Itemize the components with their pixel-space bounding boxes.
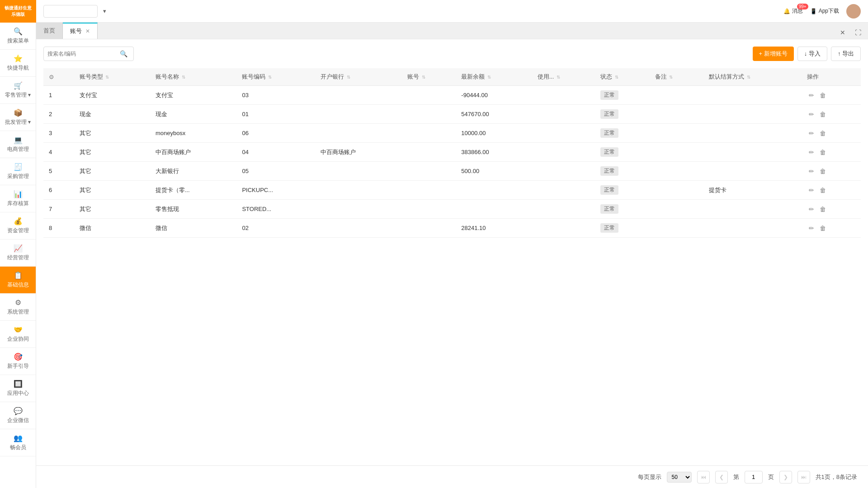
delete-button[interactable]: 🗑 bbox=[818, 167, 828, 176]
delete-button[interactable]: 🗑 bbox=[818, 186, 828, 195]
app-download-button[interactable]: 📱 App下载 bbox=[810, 7, 839, 15]
sidebar-item-企业微信[interactable]: 💬 企业微信 bbox=[0, 402, 36, 429]
sidebar-item-批发管理[interactable]: 📦 批发管理 ▾ bbox=[0, 104, 36, 131]
edit-button[interactable]: ✏ bbox=[807, 91, 816, 100]
search-icon[interactable]: 🔍 bbox=[120, 50, 127, 57]
avatar[interactable] bbox=[846, 4, 861, 19]
settings-icon[interactable]: ⚙ bbox=[49, 74, 54, 80]
page-input[interactable] bbox=[745, 471, 763, 483]
sidebar-item-畅会员[interactable]: 👥 畅会员 bbox=[0, 429, 36, 456]
sidebar-icon: 📈 bbox=[14, 244, 23, 253]
row-balance: 383866.00 bbox=[456, 143, 532, 162]
page-label: 第 bbox=[733, 473, 739, 481]
sidebar-icon: 🛒 bbox=[14, 81, 23, 90]
sidebar-item-系统管理[interactable]: ⚙ 系统管理 bbox=[0, 294, 36, 321]
delete-button[interactable]: 🗑 bbox=[818, 110, 828, 119]
col-account[interactable]: 账号 ⇅ bbox=[402, 68, 456, 86]
tab-close-button[interactable]: ✕ bbox=[836, 26, 849, 39]
sidebar-item-新手引导[interactable]: 🎯 新手引导 bbox=[0, 348, 36, 375]
app-logo: 畅捷通好生意 乐德版 bbox=[0, 0, 36, 23]
export-button[interactable]: ↑ 导出 bbox=[831, 47, 861, 61]
edit-button[interactable]: ✏ bbox=[807, 129, 816, 138]
col-settings[interactable]: ⚙ bbox=[43, 68, 74, 86]
row-status: 正常 bbox=[595, 124, 649, 143]
col-remark[interactable]: 备注 ⇅ bbox=[650, 68, 703, 86]
delete-button[interactable]: 🗑 bbox=[818, 224, 828, 233]
sidebar-item-label: 零售管理 ▾ bbox=[5, 91, 31, 99]
prev-page-button[interactable]: ❮ bbox=[715, 471, 728, 483]
status-badge: 正常 bbox=[600, 185, 618, 195]
sidebar-item-采购管理[interactable]: 🧾 采购管理 bbox=[0, 158, 36, 185]
edit-button[interactable]: ✏ bbox=[807, 148, 816, 157]
topbar-search-input[interactable] bbox=[43, 5, 98, 18]
tab-account-close[interactable]: ✕ bbox=[85, 28, 90, 34]
col-bank[interactable]: 开户银行 ⇅ bbox=[315, 68, 402, 86]
sidebar-item-label: 资金管理 bbox=[7, 227, 29, 235]
edit-button[interactable]: ✏ bbox=[807, 167, 816, 176]
sidebar-item-库存核算[interactable]: 📊 库存核算 bbox=[0, 185, 36, 212]
col-usage[interactable]: 使用... ⇅ bbox=[532, 68, 595, 86]
sidebar-item-经营管理[interactable]: 📈 经营管理 bbox=[0, 239, 36, 267]
sort-icon: ⇅ bbox=[182, 75, 185, 80]
first-page-button[interactable]: ⏮ bbox=[697, 471, 710, 483]
page-size-select[interactable]: 50 100 bbox=[667, 472, 692, 483]
row-remark bbox=[650, 219, 703, 238]
topbar-right: 🔔 消息 99+ 📱 App下载 bbox=[783, 4, 861, 19]
sidebar-icon: 💰 bbox=[14, 217, 23, 225]
page-size-label: 每页显示 bbox=[638, 473, 661, 481]
last-page-button[interactable]: ⏭ bbox=[797, 471, 810, 483]
tab-account[interactable]: 账号 ✕ bbox=[63, 23, 98, 39]
sort-icon: ⇅ bbox=[615, 75, 618, 80]
col-balance[interactable]: 最新余额 ⇅ bbox=[456, 68, 532, 86]
delete-button[interactable]: 🗑 bbox=[818, 129, 828, 138]
sidebar-item-企业协同[interactable]: 🤝 企业协同 bbox=[0, 321, 36, 348]
sidebar-item-基础信息[interactable]: 📋 基础信息 bbox=[0, 267, 36, 294]
sidebar-item-label: 系统管理 bbox=[7, 308, 29, 316]
row-status: 正常 bbox=[595, 105, 649, 124]
col-default-settle[interactable]: 默认结算方式 ⇅ bbox=[703, 68, 802, 86]
tab-fullscreen-button[interactable]: ⛶ bbox=[852, 26, 864, 39]
row-actions: ✏ 🗑 bbox=[802, 143, 861, 162]
next-page-button[interactable]: ❯ bbox=[779, 471, 792, 483]
col-name[interactable]: 账号名称 ⇅ bbox=[150, 68, 237, 86]
import-button[interactable]: ↓ 导入 bbox=[797, 47, 827, 61]
topbar-dropdown[interactable]: ▾ bbox=[103, 8, 106, 14]
edit-button[interactable]: ✏ bbox=[807, 110, 816, 119]
row-type: 微信 bbox=[74, 219, 150, 238]
row-usage bbox=[532, 181, 595, 200]
edit-button[interactable]: ✏ bbox=[807, 205, 816, 214]
col-code[interactable]: 账号编码 ⇅ bbox=[236, 68, 315, 86]
delete-button[interactable]: 🗑 bbox=[818, 148, 828, 157]
sidebar-item-快捷导航[interactable]: ⭐ 快捷导航 bbox=[0, 50, 36, 77]
row-balance bbox=[456, 200, 532, 219]
sidebar-item-资金管理[interactable]: 💰 资金管理 bbox=[0, 212, 36, 239]
sidebar-item-零售管理[interactable]: 🛒 零售管理 ▾ bbox=[0, 77, 36, 104]
row-balance: 10000.00 bbox=[456, 124, 532, 143]
add-account-button[interactable]: + 新增账号 bbox=[753, 47, 794, 61]
delete-button[interactable]: 🗑 bbox=[818, 205, 828, 214]
col-status[interactable]: 状态 ⇅ bbox=[595, 68, 649, 86]
message-button[interactable]: 🔔 消息 99+ bbox=[783, 7, 803, 15]
row-name: 提货卡（零... bbox=[150, 181, 237, 200]
status-badge: 正常 bbox=[600, 147, 618, 157]
sidebar-item-应用中心[interactable]: 🔲 应用中心 bbox=[0, 375, 36, 402]
search-box[interactable]: 🔍 bbox=[43, 47, 134, 61]
sidebar: 畅捷通好生意 乐德版 🔍 搜索菜单 ⭐ 快捷导航 🛒 零售管理 ▾ 📦 批发管理… bbox=[0, 0, 36, 488]
row-id: 8 bbox=[43, 219, 74, 238]
edit-button[interactable]: ✏ bbox=[807, 186, 816, 195]
sidebar-item-label: 应用中心 bbox=[7, 389, 29, 397]
row-remark bbox=[650, 143, 703, 162]
col-type[interactable]: 账号类型 ⇅ bbox=[74, 68, 150, 86]
row-code: 02 bbox=[236, 219, 315, 238]
tab-home[interactable]: 首页 bbox=[36, 23, 63, 39]
row-code: 06 bbox=[236, 124, 315, 143]
row-name: 零售抵现 bbox=[150, 200, 237, 219]
search-input[interactable] bbox=[47, 51, 120, 57]
sort-icon: ⇅ bbox=[268, 75, 272, 80]
row-bank bbox=[315, 124, 402, 143]
row-remark bbox=[650, 86, 703, 105]
sidebar-item-电商管理[interactable]: 💻 电商管理 bbox=[0, 131, 36, 158]
sidebar-item-搜索菜单[interactable]: 🔍 搜索菜单 bbox=[0, 23, 36, 50]
edit-button[interactable]: ✏ bbox=[807, 224, 816, 233]
delete-button[interactable]: 🗑 bbox=[818, 91, 828, 100]
